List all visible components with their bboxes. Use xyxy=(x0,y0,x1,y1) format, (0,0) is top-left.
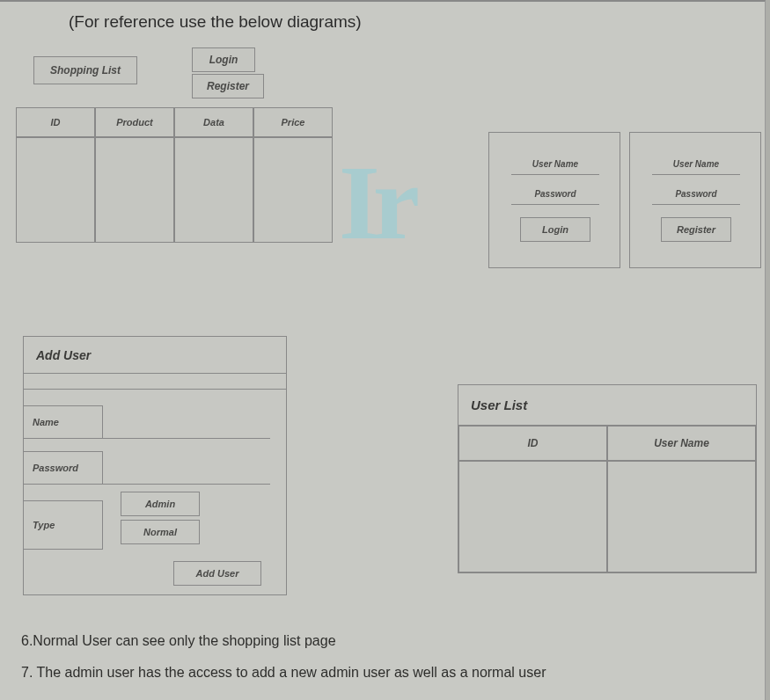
add-user-title: Add User xyxy=(24,337,286,374)
username-field[interactable]: User Name xyxy=(652,154,740,175)
watermark: Ir xyxy=(339,142,413,264)
login-submit-button[interactable]: Login xyxy=(520,217,590,242)
cell-empty xyxy=(16,137,95,243)
password-field[interactable]: Password xyxy=(652,184,740,205)
shopping-list-title: Shopping List xyxy=(33,56,137,84)
cell-empty xyxy=(253,137,333,243)
note-7: 7. The admin user has the access to add … xyxy=(21,665,546,681)
spacer xyxy=(24,374,286,390)
cell-empty xyxy=(458,461,607,572)
name-input[interactable] xyxy=(103,405,270,439)
user-list-title: User List xyxy=(458,385,756,426)
add-user-submit-button[interactable]: Add User xyxy=(173,561,261,586)
username-field[interactable]: User Name xyxy=(511,154,599,175)
reference-heading: (For reference use the below diagrams) xyxy=(69,12,362,32)
login-button[interactable]: Login xyxy=(192,47,255,72)
col-data: Data xyxy=(174,107,253,137)
user-list-header: ID User Name xyxy=(458,426,756,461)
login-form: User Name Password Login xyxy=(488,132,620,268)
shopping-table: ID Product Data Price xyxy=(16,107,333,243)
register-submit-button[interactable]: Register xyxy=(661,217,731,242)
note-6: 6.Normal User can see only the shopping … xyxy=(21,633,336,649)
user-list-table: User List ID User Name xyxy=(458,384,757,573)
register-button[interactable]: Register xyxy=(192,74,264,98)
cell-empty xyxy=(607,461,756,572)
add-user-form: Add User Name Password Type Admin Normal… xyxy=(23,336,287,595)
table-header-row: ID Product Data Price xyxy=(16,107,333,137)
password-field[interactable]: Password xyxy=(511,184,599,205)
type-options: Admin Normal xyxy=(121,492,200,548)
col-id: ID xyxy=(16,107,95,137)
register-form: User Name Password Register xyxy=(629,132,761,268)
type-label: Type xyxy=(24,500,103,550)
type-option-admin[interactable]: Admin xyxy=(121,492,200,516)
document-page: (For reference use the below diagrams) I… xyxy=(0,0,766,700)
password-input[interactable] xyxy=(103,451,270,485)
col-id: ID xyxy=(458,426,607,461)
user-list-body xyxy=(458,461,756,572)
password-label: Password xyxy=(24,451,103,485)
name-row: Name xyxy=(24,405,286,439)
cell-empty xyxy=(95,137,174,243)
type-option-normal[interactable]: Normal xyxy=(121,520,200,544)
table-body-row xyxy=(16,137,333,243)
col-username: User Name xyxy=(607,426,756,461)
col-product: Product xyxy=(95,107,174,137)
password-row: Password xyxy=(24,451,286,485)
cell-empty xyxy=(174,137,253,243)
name-label: Name xyxy=(24,405,103,439)
col-price: Price xyxy=(253,107,333,137)
